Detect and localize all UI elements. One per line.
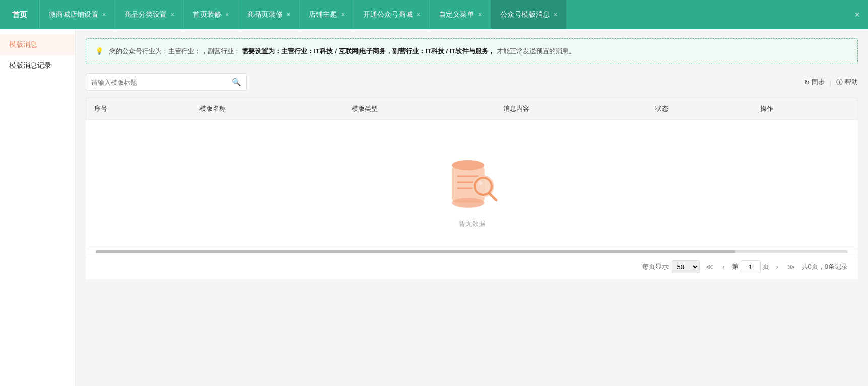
svg-point-2: [452, 160, 484, 170]
svg-line-9: [490, 194, 496, 200]
nav-tab-label: 商品页装修: [247, 10, 283, 19]
empty-state: 暂无数据: [86, 120, 858, 249]
empty-illustration: [442, 150, 502, 210]
sync-button[interactable]: ↻ 同步: [804, 78, 825, 87]
global-close-button[interactable]: ×: [854, 10, 860, 20]
nav-tab-label: 首页装修: [193, 10, 221, 19]
first-page-button[interactable]: ≪: [704, 261, 716, 273]
action-divider: |: [830, 79, 831, 86]
col-header-name: 模版名称: [191, 98, 343, 120]
nav-tab-shop-theme[interactable]: 店铺主题×: [300, 0, 354, 29]
nav-tab-close[interactable]: ×: [554, 11, 557, 18]
main-layout: 模版消息模版消息记录 💡 您的公众号行业为：主营行业：，副营行业： 需要设置为：…: [0, 29, 868, 386]
sync-icon: ↻: [804, 79, 810, 86]
table-wrap: 序号模版名称模版类型消息内容状态操作: [86, 98, 858, 249]
search-bar: 🔍 ↻ 同步 | ⓘ 帮助: [86, 73, 858, 91]
nav-tab-label: 开通公众号商城: [363, 10, 413, 19]
notice-suffix: 才能正常发送预置的消息。: [497, 47, 575, 55]
nav-tab-custom-menu[interactable]: 自定义菜单×: [430, 0, 491, 29]
search-input[interactable]: [91, 79, 232, 86]
last-page-button[interactable]: ≫: [785, 261, 797, 273]
nav-tab-label: 店铺主题: [309, 10, 337, 19]
search-actions: ↻ 同步 | ⓘ 帮助: [804, 78, 858, 87]
top-nav: 首页微商城店铺设置×商品分类设置×首页装修×商品页装修×店铺主题×开通公众号商城…: [0, 0, 868, 29]
col-header-index: 序号: [86, 98, 192, 120]
nav-tab-label: 商品分类设置: [124, 10, 167, 19]
search-input-wrap[interactable]: 🔍: [86, 73, 247, 91]
page-label: 第: [732, 262, 739, 271]
horizontal-scrollbar[interactable]: [86, 249, 858, 254]
nav-tab-label: 微商城店铺设置: [49, 10, 98, 19]
nav-tab-close[interactable]: ×: [287, 11, 290, 18]
nav-tab-close[interactable]: ×: [341, 11, 345, 18]
page-unit-label: 页: [763, 262, 769, 271]
nav-tab-close[interactable]: ×: [478, 11, 482, 18]
sync-label: 同步: [812, 78, 825, 87]
scrollbar-track: [96, 250, 848, 253]
col-header-type: 模版类型: [344, 98, 495, 120]
nav-tab-close[interactable]: ×: [171, 11, 174, 18]
col-header-status: 状态: [647, 98, 752, 120]
sidebar-item-template-msg-record[interactable]: 模版消息记录: [0, 55, 75, 76]
total-info: 共0页，0条记录: [802, 262, 848, 271]
sidebar-item-template-msg[interactable]: 模版消息: [0, 34, 75, 55]
notice-prefix: 您的公众号行业为：主营行业：，副营行业：: [109, 47, 240, 55]
scrollbar-thumb[interactable]: [96, 250, 735, 253]
nav-tab-close[interactable]: ×: [102, 11, 106, 18]
nav-tab-close[interactable]: ×: [225, 11, 229, 18]
svg-point-3: [452, 198, 484, 208]
col-header-action: 操作: [752, 98, 858, 120]
nav-tab-pubchat-template[interactable]: 公众号模版消息×: [491, 0, 567, 29]
nav-tab-home[interactable]: 首页: [0, 0, 40, 29]
nav-tab-label: 首页: [12, 10, 27, 20]
content-area: 💡 您的公众号行业为：主营行业：，副营行业： 需要设置为：主营行业：IT科技 /…: [76, 29, 868, 386]
notice-banner: 💡 您的公众号行业为：主营行业：，副营行业： 需要设置为：主营行业：IT科技 /…: [86, 38, 858, 64]
nav-tab-home-decor[interactable]: 首页装修×: [184, 0, 238, 29]
help-icon: ⓘ: [836, 78, 843, 87]
per-page-label: 每页显示: [642, 262, 669, 271]
nav-tab-close[interactable]: ×: [417, 11, 420, 18]
prev-page-button[interactable]: ‹: [718, 261, 730, 273]
search-icon[interactable]: 🔍: [232, 78, 241, 87]
data-table: 序号模版名称模版类型消息内容状态操作: [86, 98, 858, 120]
nav-tab-product-category[interactable]: 商品分类设置×: [115, 0, 184, 29]
help-label: 帮助: [845, 78, 858, 87]
col-header-content: 消息内容: [495, 98, 647, 120]
empty-text: 暂无数据: [86, 219, 858, 228]
pagination: 每页显示 102050100 ≪ ‹ 第 页 › ≫ 共0页，0条记录: [86, 254, 858, 279]
notice-icon: 💡: [95, 47, 103, 55]
per-page-select[interactable]: 102050100: [672, 260, 700, 273]
nav-tab-wshop-settings[interactable]: 微商城店铺设置×: [40, 0, 115, 29]
next-page-button[interactable]: ›: [771, 261, 783, 273]
nav-tab-label: 自定义菜单: [439, 10, 474, 19]
svg-point-10: [478, 181, 482, 185]
table-header: 序号模版名称模版类型消息内容状态操作: [86, 98, 858, 120]
notice-highlight: 需要设置为：主营行业：IT科技 / 互联网|电子商务，副营行业：IT科技 / I…: [242, 47, 495, 55]
nav-tab-label: 公众号模版消息: [500, 10, 550, 19]
page-navigation: ≪ ‹ 第 页 › ≫: [704, 260, 797, 273]
sidebar: 模版消息模版消息记录: [0, 29, 76, 386]
nav-tab-product-page-decor[interactable]: 商品页装修×: [238, 0, 300, 29]
page-input[interactable]: [741, 260, 761, 273]
per-page-selector: 每页显示 102050100: [642, 260, 700, 273]
nav-tab-open-pubchat[interactable]: 开通公众号商城×: [354, 0, 430, 29]
help-button[interactable]: ⓘ 帮助: [836, 78, 858, 87]
